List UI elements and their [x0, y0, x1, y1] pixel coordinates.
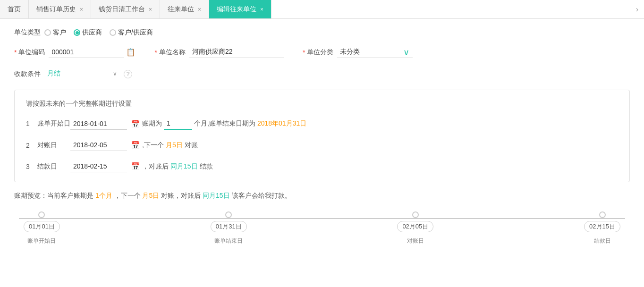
period-date-2-input[interactable]	[70, 139, 127, 151]
period-prefix-2: ,下一个	[142, 141, 164, 150]
period-suffix-3: 结款	[200, 162, 213, 171]
tab-counterparty-close[interactable]: ×	[198, 6, 201, 13]
unit-category-label: 单位分类	[307, 48, 333, 57]
tab-bar: 首页 销售订单历史 × 钱货日清工作台 × 往来单位 × 编辑往来单位 × ›	[0, 0, 644, 19]
period-label-3: 结款日	[37, 162, 70, 171]
preview-mid2: 对账，对账后	[161, 192, 201, 199]
unit-name-star: *	[154, 49, 157, 56]
preview-prefix: 账期预览：当前客户账期是	[14, 192, 93, 199]
unit-category-field-group: * 单位分类 ∨	[303, 46, 409, 58]
preview-text: 账期预览：当前客户账期是 1个月 ，下一个 月5日 对账，对账后 同月15日 该…	[14, 192, 630, 200]
tab-edit-counterparty-label: 编辑往来单位	[217, 5, 256, 14]
period-prefix-3: ，对账后	[142, 162, 169, 171]
period-end-date-1: 2018年01月31日	[257, 119, 306, 128]
tab-cash-label: 钱货日清工作台	[99, 5, 145, 14]
payment-terms-chevron: ∨	[113, 70, 117, 77]
unit-name-input[interactable]	[189, 46, 284, 58]
radio-customer-circle	[44, 29, 51, 36]
radio-supplier-circle	[74, 29, 80, 36]
payment-terms-help-icon[interactable]: ?	[124, 70, 132, 78]
timeline-badge-2: 02月05日	[397, 221, 433, 232]
radio-customer[interactable]: 客户	[44, 28, 66, 37]
radio-supplier[interactable]: 供应商	[74, 28, 102, 37]
unit-type-label: 单位类型	[14, 28, 41, 37]
timeline-badge-3: 02月15日	[584, 221, 620, 232]
radio-customer-supplier[interactable]: 客户/供应商	[110, 28, 153, 37]
payment-terms-label: 收款条件	[14, 70, 41, 78]
period-num-3: 3	[26, 163, 37, 170]
tab-scroll-arrow[interactable]: ›	[630, 5, 644, 14]
tab-sales-close[interactable]: ×	[80, 6, 83, 13]
tab-edit-counterparty-close[interactable]: ×	[260, 6, 263, 13]
timeline-points: 01月01日 账单开始日 01月31日 账单结束日 02月05日 对账日 02月…	[24, 211, 620, 245]
timeline-badge-0: 01月01日	[24, 221, 60, 232]
timeline-point-0: 01月01日 账单开始日	[24, 211, 60, 245]
unit-code-input[interactable]	[49, 46, 124, 58]
tab-edit-counterparty[interactable]: 编辑往来单位 ×	[209, 0, 271, 18]
radio-customer-supplier-circle	[110, 29, 116, 36]
payment-terms-value: 月结	[47, 69, 111, 78]
unit-code-field-group: * 单位编码 📋	[14, 46, 136, 58]
tab-sales-label: 销售订单历史	[36, 5, 76, 14]
period-label-1: 账单开始日	[37, 119, 70, 128]
timeline-point-1: 01月31日 账单结束日	[211, 211, 247, 245]
tab-home[interactable]: 首页	[0, 0, 29, 18]
period-suffix-2: 对账	[185, 141, 198, 150]
period-highlight-2: 月5日	[166, 141, 183, 150]
tab-counterparty[interactable]: 往来单位 ×	[160, 0, 209, 18]
period-row-3: 3 结款日 📅 ，对账后 同月15日 结款	[26, 160, 618, 172]
period-card-title: 请按照未来的一个完整帐期进行设置	[26, 100, 618, 108]
unit-name-label: 单位名称	[159, 48, 186, 57]
unit-category-star: *	[303, 49, 305, 56]
payment-terms-dropdown[interactable]: 月结 ∨	[44, 68, 120, 80]
timeline-dot-2	[412, 211, 419, 218]
timeline-container: 01月01日 账单开始日 01月31日 账单结束日 02月05日 对账日 02月…	[14, 211, 630, 245]
period-date-3-input[interactable]	[70, 160, 127, 172]
radio-customer-label: 客户	[53, 28, 66, 37]
unit-code-copy-icon[interactable]: 📋	[126, 48, 136, 57]
period-card: 请按照未来的一个完整帐期进行设置 1 账单开始日 📅 账期为 个月,账单结束日期…	[14, 90, 630, 182]
timeline-sublabel-3: 结款日	[594, 237, 611, 245]
unit-category-select-wrapper[interactable]: ∨	[337, 46, 409, 58]
period-value-3: 📅 ，对账后 同月15日 结款	[70, 160, 213, 172]
period-value-2: 📅 ,下一个 月5日 对账	[70, 139, 198, 151]
period-num-2: 2	[26, 142, 37, 149]
unit-code-star: *	[14, 49, 17, 56]
tab-cash-reconciliation[interactable]: 钱货日清工作台 ×	[91, 0, 160, 18]
timeline-dot-0	[38, 211, 45, 218]
timeline-point-2: 02月05日 对账日	[397, 211, 433, 245]
preview-section: 账期预览：当前客户账期是 1个月 ，下一个 月5日 对账，对账后 同月15日 该…	[14, 192, 630, 245]
period-suffix-before-1: 账期为	[142, 119, 162, 128]
timeline-sublabel-2: 对账日	[407, 237, 424, 245]
payment-terms-row: 收款条件 月结 ∨ ?	[14, 68, 630, 80]
preview-hl2: 月5日	[142, 192, 159, 199]
period-calendar-1[interactable]: 📅	[131, 119, 140, 128]
tab-counterparty-label: 往来单位	[168, 5, 194, 14]
period-calendar-3[interactable]: 📅	[131, 162, 140, 171]
period-highlight-3: 同月15日	[170, 162, 198, 171]
preview-mid1: ，下一个	[114, 192, 141, 199]
tab-sales-order-history[interactable]: 销售订单历史 ×	[29, 0, 91, 18]
timeline-point-3: 02月15日 结款日	[584, 211, 620, 245]
unit-type-row: 单位类型 客户 供应商 客户/供应商	[14, 28, 630, 37]
tab-home-label: 首页	[8, 5, 21, 14]
period-label-2: 对账日	[37, 141, 70, 150]
preview-suffix: 该客户会给我打款。	[232, 192, 291, 199]
period-suffix-after-1: 个月,账单结束日期为	[194, 119, 255, 128]
period-row-1: 1 账单开始日 📅 账期为 个月,账单结束日期为 2018年01月31日	[26, 118, 618, 130]
unit-name-field-group: * 单位名称	[154, 46, 283, 58]
timeline-sublabel-1: 账单结束日	[214, 237, 243, 245]
unit-info-row: * 单位编码 📋 * 单位名称 * 单位分类 ∨	[14, 46, 630, 58]
timeline-sublabel-0: 账单开始日	[27, 237, 56, 245]
radio-customer-supplier-label: 客户/供应商	[118, 28, 153, 37]
radio-supplier-label: 供应商	[82, 28, 102, 37]
unit-category-input	[337, 46, 413, 58]
unit-type-radio-group: 客户 供应商 客户/供应商	[44, 28, 153, 37]
period-calendar-2[interactable]: 📅	[131, 141, 140, 150]
main-content: 单位类型 客户 供应商 客户/供应商 * 单位编码 📋 * 单位名称	[0, 19, 644, 287]
period-months-input[interactable]	[164, 118, 192, 130]
unit-code-label: 单位编码	[18, 48, 45, 57]
tab-cash-close[interactable]: ×	[149, 6, 152, 13]
period-date-1-input[interactable]	[70, 118, 127, 130]
period-row-2: 2 对账日 📅 ,下一个 月5日 对账	[26, 139, 618, 151]
